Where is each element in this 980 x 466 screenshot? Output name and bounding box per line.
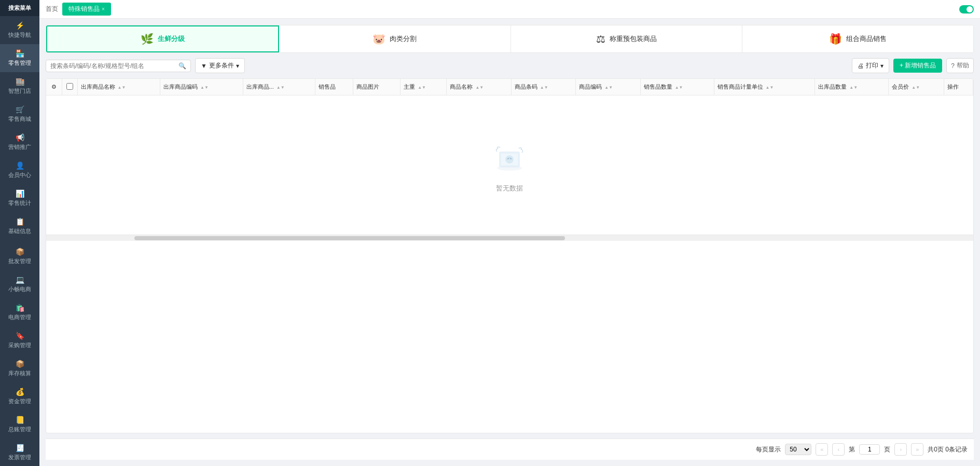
next-page-button[interactable]: ›	[894, 443, 907, 456]
sidebar-item-invoice-mgmt[interactable]: 🧾 发票管理	[0, 438, 39, 466]
print-button[interactable]: 🖨 打印 ▾	[852, 58, 889, 73]
search-input[interactable]	[50, 62, 176, 70]
svg-point-3	[505, 155, 514, 163]
active-tab[interactable]: 特殊销售品 ×	[62, 3, 111, 16]
sidebar-item-member-center[interactable]: 👤 会员中心	[0, 156, 39, 184]
sort-arrows-out-spec: ▲▼	[277, 85, 285, 90]
th-out-name-label: 出库商品名称	[81, 84, 115, 90]
weigh-pack-icon: ⚖	[596, 33, 605, 45]
sidebar-item-smart-store[interactable]: 🏬 智慧门店	[0, 72, 39, 100]
retail-mall-icon: 🛒	[16, 105, 24, 114]
search-box[interactable]: 🔍	[46, 60, 191, 72]
sort-arrows-main-weight: ▲▼	[418, 85, 426, 90]
th-out-name[interactable]: 出库商品名称 ▲▼	[77, 79, 160, 95]
tab-meat-cut[interactable]: 🐷 肉类分割	[279, 25, 510, 52]
sidebar-item-label: 智慧门店	[8, 87, 31, 95]
th-item-name-label: 商品名称	[450, 84, 473, 90]
sidebar-item-label: 电商管理	[8, 313, 31, 321]
add-sales-item-button[interactable]: + 新增销售品	[893, 59, 942, 73]
finance-mgmt-icon: 💰	[16, 388, 24, 396]
sidebar-item-retail-mall[interactable]: 🛒 零售商城	[0, 100, 39, 128]
sidebar-item-ecom-mgmt[interactable]: 🛍️ 电商管理	[0, 298, 39, 326]
th-member-price[interactable]: 会员价 ▲▼	[889, 79, 944, 95]
select-all-checkbox[interactable]	[66, 83, 73, 90]
sidebar-item-finance-mgmt[interactable]: 💰 资金管理	[0, 382, 39, 410]
tab-fresh-grade[interactable]: 🌿 生鲜分级	[46, 25, 279, 52]
sidebar-item-purchase-mgmt[interactable]: 🔖 采购管理	[0, 326, 39, 354]
ecom-mgmt-icon: 🛍️	[16, 304, 24, 312]
print-icon: 🖨	[858, 62, 864, 70]
th-settings[interactable]: ⚙	[46, 79, 62, 95]
tab-weigh-pack-label: 称重预包装商品	[610, 34, 657, 44]
sidebar: 搜索菜单 ⚡ 快捷导航 🏪 零售管理 🏬 智慧门店 🛒 零售商城 📢 营销推广 …	[0, 0, 39, 466]
scrollbar-thumb[interactable]	[134, 236, 565, 240]
sort-arrows-member-price: ▲▼	[912, 85, 920, 90]
sidebar-item-retail-mgmt[interactable]: 🏪 零售管理	[0, 44, 39, 72]
help-label: 帮助	[957, 61, 969, 70]
th-main-weight[interactable]: 主重 ▲▼	[401, 79, 447, 95]
filter-arrow-icon: ▾	[236, 62, 239, 70]
toggle-button[interactable]	[959, 5, 974, 13]
sidebar-item-label: 小畅电商	[8, 285, 31, 293]
tab-combo-sales[interactable]: 🎁 组合商品销售	[742, 25, 973, 52]
add-label: + 新增销售品	[900, 61, 936, 70]
th-checkbox[interactable]	[62, 79, 77, 95]
search-icon: 🔍	[178, 62, 186, 70]
tab-close-icon[interactable]: ×	[102, 6, 105, 12]
th-item-barcode-label: 商品条码	[515, 84, 537, 90]
home-link[interactable]: 首页	[46, 5, 58, 13]
sidebar-item-retail-stats[interactable]: 📊 零售统计	[0, 184, 39, 212]
per-page-select[interactable]: 50 10 20 100	[785, 444, 811, 455]
th-item-barcode[interactable]: 商品条码 ▲▼	[511, 79, 575, 95]
th-sale-unit[interactable]: 销售商品计量单位 ▲▼	[714, 79, 815, 95]
th-sale-unit-label: 销售商品计量单位	[717, 84, 763, 90]
th-item-code[interactable]: 商品编码 ▲▼	[576, 79, 640, 95]
sidebar-logo[interactable]: 搜索菜单	[0, 0, 39, 16]
sidebar-item-sales-promo[interactable]: 📢 营销推广	[0, 128, 39, 156]
th-sale-qty[interactable]: 销售品数量 ▲▼	[640, 79, 714, 95]
sidebar-item-mini-ecom[interactable]: 💻 小畅电商	[0, 270, 39, 298]
sidebar-item-label: 会员中心	[8, 171, 31, 179]
main-content: 首页 特殊销售品 × 🌿 生鲜分级 🐷 肉类分割 ⚖ 称重预包装商品	[39, 0, 980, 466]
help-button[interactable]: ? 帮助	[946, 58, 974, 73]
combo-sales-icon: 🎁	[829, 33, 842, 45]
meat-cut-icon: 🐷	[372, 33, 385, 45]
tab-meat-cut-label: 肉类分割	[390, 34, 417, 44]
sidebar-item-general-ledger[interactable]: 📒 总账管理	[0, 410, 39, 438]
data-table: ⚙ 出库商品名称 ▲▼ 出库商品编码 ▲▼	[46, 79, 973, 235]
toolbar-right: 🖨 打印 ▾ + 新增销售品 ? 帮助	[852, 58, 974, 73]
th-out-code[interactable]: 出库商品编码 ▲▼	[160, 79, 243, 95]
sort-arrows-sale-qty: ▲▼	[675, 85, 683, 90]
filter-button[interactable]: ▼ 更多条件 ▾	[195, 58, 245, 73]
help-icon: ?	[951, 62, 955, 70]
first-page-button[interactable]: «	[816, 443, 828, 456]
last-page-button[interactable]: »	[911, 443, 923, 456]
sidebar-item-inventory[interactable]: 📦 库存核算	[0, 354, 39, 382]
tab-weigh-pack[interactable]: ⚖ 称重预包装商品	[511, 25, 742, 52]
th-ops-label: 操作	[947, 84, 959, 90]
purchase-mgmt-icon: 🔖	[16, 332, 24, 340]
sidebar-item-basic-info[interactable]: 📋 基础信息	[0, 212, 39, 240]
prev-page-button[interactable]: ‹	[832, 443, 845, 456]
sidebar-item-label: 采购管理	[8, 341, 31, 349]
sort-arrows-sale-unit: ▲▼	[766, 85, 774, 90]
sidebar-item-label: 零售商城	[8, 115, 31, 123]
empty-state-row: 暂无数据	[46, 95, 973, 235]
filter-icon: ▼	[201, 62, 207, 70]
sidebar-item-label: 零售管理	[8, 59, 31, 67]
sidebar-item-wholesale-mgmt[interactable]: 📦 批发管理	[0, 242, 39, 270]
page-number-input[interactable]	[859, 444, 880, 455]
content-area: 🌿 生鲜分级 🐷 肉类分割 ⚖ 称重预包装商品 🎁 组合商品销售 🔍	[39, 19, 980, 466]
sidebar-item-label: 基础信息	[8, 227, 31, 235]
topbar: 首页 特殊销售品 ×	[39, 0, 980, 19]
sidebar-item-quick-nav[interactable]: ⚡ 快捷导航	[0, 16, 39, 44]
wholesale-mgmt-icon: 📦	[16, 248, 24, 256]
th-out-qty[interactable]: 出库品数量 ▲▼	[815, 79, 889, 95]
function-tabs: 🌿 生鲜分级 🐷 肉类分割 ⚖ 称重预包装商品 🎁 组合商品销售	[46, 25, 974, 53]
horizontal-scrollbar[interactable]	[46, 235, 973, 241]
th-item-name[interactable]: 商品名称 ▲▼	[447, 79, 511, 95]
th-out-spec[interactable]: 出库商品... ▲▼	[243, 79, 315, 95]
empty-state-text: 暂无数据	[496, 184, 523, 193]
th-sale-item-label: 销售品	[319, 84, 336, 90]
th-member-price-label: 会员价	[892, 84, 909, 90]
